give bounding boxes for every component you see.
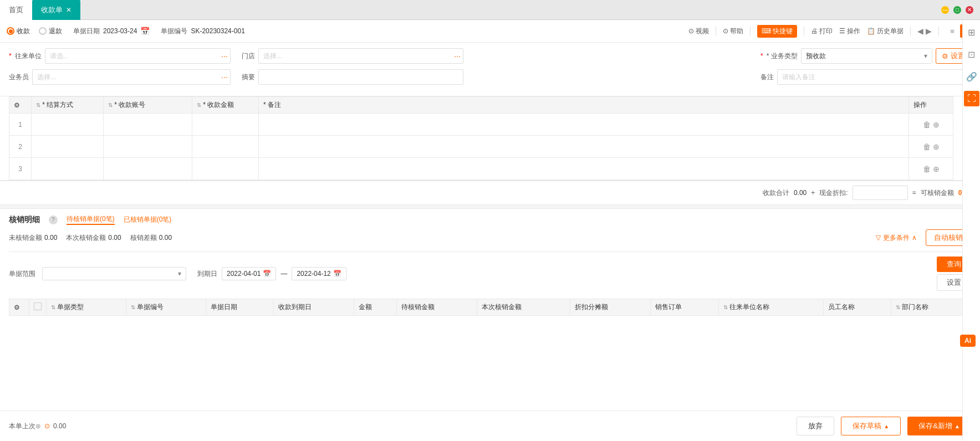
store-more-icon[interactable]: ···	[454, 52, 461, 60]
operation-btn[interactable]: ☰ 操作	[839, 27, 860, 36]
delete-icon-2[interactable]: 🗑	[923, 142, 931, 151]
tab-close-icon[interactable]: ✕	[66, 6, 72, 14]
biztype-select[interactable]: 预收款 ▾	[801, 48, 932, 64]
nav-arrows: ◀ ▶	[917, 27, 932, 35]
amount-cell-1[interactable]	[192, 114, 259, 136]
sort-docno-icon[interactable]: ⇅	[131, 304, 135, 310]
remark-cell-3[interactable]	[259, 158, 909, 180]
sidebar-table-icon[interactable]: ⊞	[964, 24, 979, 40]
chevron-up-icon: ∧	[912, 234, 917, 242]
account-input-3[interactable]	[104, 158, 192, 180]
sort-doctype-icon[interactable]: ⇅	[51, 304, 55, 310]
account-input-1[interactable]	[104, 114, 192, 135]
done-tab[interactable]: 已核销单据(0笔)	[124, 215, 172, 224]
tab-receipt-label: 收款单	[41, 5, 63, 15]
equal-sign: =	[912, 189, 916, 197]
duedate-from-input[interactable]: 2022-04-01 📅	[222, 267, 276, 280]
nav-next-icon[interactable]: ▶	[926, 27, 932, 35]
calendar-from-icon[interactable]: 📅	[263, 270, 271, 278]
account-input-2[interactable]	[104, 136, 192, 157]
radio-receipt[interactable]: 收款	[7, 27, 30, 36]
writeoff-help-icon[interactable]: ?	[49, 216, 58, 224]
discount-input[interactable]	[853, 186, 908, 200]
video-btn[interactable]: ⊙ 视频	[688, 27, 709, 36]
window-minimize-button[interactable]: —	[941, 6, 949, 14]
window-maximize-button[interactable]: □	[953, 6, 961, 14]
nav-prev-icon[interactable]: ◀	[917, 27, 923, 35]
copy-icon-2[interactable]: ⊕	[933, 142, 940, 151]
settle-input-1[interactable]	[32, 114, 103, 135]
settle-cell-3[interactable]	[32, 158, 104, 180]
remark-cell-2[interactable]	[259, 136, 909, 158]
ai-badge[interactable]: Ai	[960, 335, 976, 347]
copy-icon-3[interactable]: ⊕	[933, 165, 940, 173]
counterparty-input[interactable]: 请选... ···	[45, 48, 231, 64]
save-draft-button[interactable]: 保存草稿 ▲	[841, 417, 901, 435]
sort-account-icon[interactable]: ⇅	[108, 102, 113, 108]
settle-cell-1[interactable]	[32, 114, 104, 136]
tab-home[interactable]: 首页	[0, 0, 32, 20]
save-new-button[interactable]: 保存&新增 ▲	[907, 417, 971, 435]
remark-field: 备注 请输入备注	[760, 69, 971, 85]
calendar-icon[interactable]: 📅	[140, 27, 150, 35]
right-sidebar: ⊞ ⊡ 🔗 ⛶	[962, 20, 980, 441]
header-checkbox[interactable]	[34, 302, 42, 310]
sidebar-copy-icon[interactable]: ⊡	[964, 47, 979, 62]
copy-icon-1[interactable]: ⊕	[933, 120, 940, 129]
settle-input-2[interactable]	[32, 136, 103, 157]
remark-input[interactable]: 请输入备注	[777, 69, 971, 85]
print-btn[interactable]: 🖨 打印	[811, 27, 833, 36]
account-cell-1[interactable]	[104, 114, 192, 136]
divider-1	[716, 27, 716, 35]
staff-input[interactable]: 选择... ···	[32, 69, 231, 85]
remark-input-2[interactable]	[259, 136, 908, 157]
duedate-to-input[interactable]: 2022-04-12 📅	[292, 267, 346, 280]
delete-icon-1[interactable]: 🗑	[923, 120, 931, 129]
help-btn[interactable]: ⊙ 帮助	[723, 27, 743, 36]
table-header-row: ⚙ ⇅ * 结算方式 ⇅ * 收款账号 ⇅ * 收款金额	[9, 97, 953, 114]
history-btn[interactable]: 📋 历史单据	[867, 27, 904, 36]
sort-counterparty-icon[interactable]: ⇅	[723, 304, 728, 310]
store-input[interactable]: 选择... ···	[258, 48, 463, 64]
radio-refund[interactable]: 退款	[39, 27, 62, 36]
sort-settle-icon[interactable]: ⇅	[36, 102, 40, 108]
amount-input-2[interactable]	[192, 136, 258, 157]
more-conditions-btn[interactable]: ▽ 更多条件 ∧	[876, 233, 917, 243]
amount-cell-3[interactable]	[192, 158, 259, 180]
view-list-btn[interactable]: ≡	[946, 24, 959, 38]
tab-receipt[interactable]: 收款单 ✕	[32, 0, 80, 20]
window-controls: — □ ✕	[941, 6, 980, 14]
sidebar-link-icon[interactable]: 🔗	[964, 69, 979, 84]
account-cell-3[interactable]	[104, 158, 192, 180]
sort-dept-icon[interactable]: ⇅	[896, 304, 900, 310]
abandon-button[interactable]: 放弃	[797, 417, 834, 435]
row-num-2: 2	[9, 136, 32, 158]
remark-label: 备注	[760, 73, 774, 82]
unreconciled-value: 0.00	[44, 234, 57, 242]
shortcut-btn[interactable]: ⌨ 快捷键	[757, 25, 797, 38]
amount-input-3[interactable]	[192, 158, 258, 180]
window-close-button[interactable]: ✕	[966, 6, 973, 14]
account-cell-2[interactable]	[104, 136, 192, 158]
settle-input-3[interactable]	[32, 158, 103, 180]
counterparty-more-icon[interactable]: ···	[221, 52, 228, 60]
delete-icon-3[interactable]: 🗑	[923, 165, 931, 173]
info-icon[interactable]: ⊙	[44, 422, 50, 430]
th-gear[interactable]: ⚙	[9, 97, 32, 114]
remark-cell-1[interactable]	[259, 114, 909, 136]
range-select[interactable]: ▾	[42, 267, 186, 280]
staff-more-icon[interactable]: ···	[221, 73, 228, 81]
bth-docdate: 单据日期	[206, 299, 273, 316]
remark-input-1[interactable]	[259, 114, 908, 135]
sort-amount-icon[interactable]: ⇅	[197, 102, 201, 108]
pending-tab[interactable]: 待核销单据(0笔)	[67, 214, 115, 225]
summary-input[interactable]	[258, 69, 463, 85]
sidebar-expand-icon[interactable]: ⛶	[964, 91, 979, 106]
remark-input-3[interactable]	[259, 158, 908, 180]
bth-duedate-label: 收款到期日	[278, 303, 312, 311]
amount-input-1[interactable]	[192, 114, 258, 135]
calendar-to-icon[interactable]: 📅	[333, 270, 341, 278]
settle-cell-2[interactable]	[32, 136, 104, 158]
bth-gear[interactable]: ⚙	[9, 299, 29, 316]
amount-cell-2[interactable]	[192, 136, 259, 158]
